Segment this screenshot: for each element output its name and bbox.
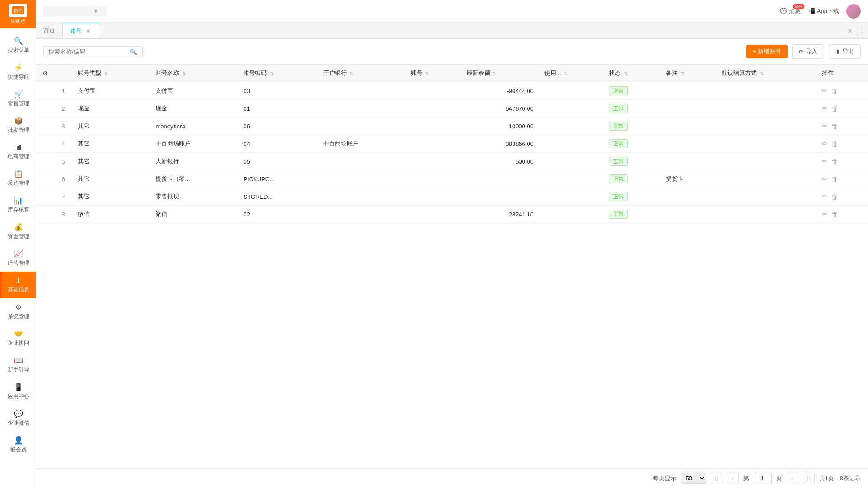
- edit-icon[interactable]: ✏: [822, 87, 828, 95]
- sort-icon: ⇅: [182, 71, 186, 76]
- row-num: 6: [54, 170, 72, 188]
- delete-icon[interactable]: 🗑: [831, 87, 838, 95]
- account-search-input[interactable]: [48, 48, 130, 55]
- edit-icon[interactable]: ✏: [822, 192, 828, 201]
- delete-icon[interactable]: 🗑: [831, 122, 838, 130]
- sidebar-item-quicknav[interactable]: ⚡ 快捷导航: [0, 59, 36, 85]
- sidebar-item-appcenter[interactable]: 📱 应用中心: [0, 378, 36, 405]
- th-latest-balance[interactable]: 最新余额 ⇅: [461, 65, 539, 82]
- status-badge: 正常: [609, 192, 628, 201]
- delete-icon[interactable]: 🗑: [831, 211, 838, 218]
- content-area: 🔍 + 新增账号 ⟳ 导入 ⬆ 导出: [36, 39, 868, 488]
- row-account-type: 支付宝: [72, 82, 150, 100]
- row-status: 正常: [604, 135, 660, 153]
- th-bank[interactable]: 开户银行 ⇅: [318, 65, 406, 82]
- edit-icon[interactable]: ✏: [822, 210, 828, 218]
- quicknav-icon: ⚡: [14, 63, 23, 72]
- table-row: 1 支付宝 支付宝 03 -90444.00 正常 ✏ 🗑: [36, 82, 868, 100]
- export-icon: ⬆: [835, 48, 840, 55]
- tab-home[interactable]: 首页: [36, 23, 63, 38]
- sidebar-item-member[interactable]: 👤 畅会员: [0, 432, 36, 458]
- row-account-name: 微信: [150, 206, 238, 223]
- sidebar-item-purchase[interactable]: 📋 采购管理: [0, 165, 36, 192]
- sidebar-item-label: 应用中心: [8, 393, 29, 400]
- edit-icon[interactable]: ✏: [822, 157, 828, 165]
- sidebar-item-finance[interactable]: 💰 资金管理: [0, 218, 36, 245]
- sidebar-item-guide[interactable]: 📖 新手引导: [0, 352, 36, 378]
- delete-icon[interactable]: 🗑: [831, 193, 838, 201]
- app-download-label: App下载: [817, 7, 839, 15]
- row-latest-balance: 383866.00: [461, 135, 539, 153]
- page-size-select[interactable]: 50 10 20 100: [681, 473, 706, 484]
- tab-account[interactable]: 账号 ✕: [63, 23, 99, 38]
- add-account-button[interactable]: + 新增账号: [746, 45, 788, 58]
- tab-account-close[interactable]: ✕: [85, 28, 92, 35]
- sidebar-item-search[interactable]: 🔍 搜索菜单: [0, 32, 36, 59]
- row-account-code: 02: [238, 206, 317, 223]
- topbar-search-box: ▼: [43, 6, 107, 16]
- app-download-button[interactable]: 📲 App下载: [808, 7, 839, 15]
- first-page-button[interactable]: ⟨⟨: [711, 473, 722, 484]
- row-settings: [36, 153, 54, 170]
- th-default-settlement[interactable]: 默认结算方式 ⇅: [716, 65, 816, 82]
- basic-icon: ℹ: [17, 276, 20, 285]
- row-num: 2: [54, 100, 72, 117]
- th-status[interactable]: 状态 ⇅: [604, 65, 660, 82]
- th-account-no[interactable]: 账号 ⇅: [406, 65, 461, 82]
- sort-icon: ⇅: [564, 71, 567, 76]
- sidebar-item-label: 搜索菜单: [8, 47, 29, 54]
- next-page-button[interactable]: ›: [787, 473, 798, 484]
- sidebar-item-basic[interactable]: ℹ 基础信息: [0, 272, 36, 298]
- row-actions: ✏ 🗑: [816, 82, 868, 100]
- sidebar-item-retail[interactable]: 🛒 零售管理: [0, 85, 36, 112]
- retail-icon: 🛒: [14, 90, 23, 99]
- row-usage: [539, 100, 604, 117]
- sidebar-item-label: 畅会员: [10, 446, 27, 454]
- edit-icon[interactable]: ✏: [822, 122, 828, 130]
- th-usage[interactable]: 使用... ⇅: [539, 65, 604, 82]
- fullscreen-icon[interactable]: ⛶: [856, 27, 863, 34]
- row-account-type: 现金: [72, 100, 150, 117]
- page-input[interactable]: [754, 473, 772, 484]
- edit-icon[interactable]: ✏: [822, 140, 828, 148]
- row-num: 3: [54, 117, 72, 135]
- th-settings[interactable]: ⚙: [36, 65, 54, 82]
- user-avatar[interactable]: [846, 4, 861, 19]
- edit-icon[interactable]: ✏: [822, 175, 828, 183]
- row-default-settlement: [716, 188, 816, 206]
- row-usage: [539, 188, 604, 206]
- topbar-search-input[interactable]: [48, 8, 93, 14]
- delete-icon[interactable]: 🗑: [831, 140, 838, 148]
- appcenter-icon: 📱: [14, 383, 23, 391]
- th-account-type[interactable]: 账号类型 ⇅: [72, 65, 150, 82]
- prev-page-button[interactable]: ‹: [727, 473, 739, 484]
- close-window-icon[interactable]: ✕: [847, 27, 853, 34]
- sidebar-item-operations[interactable]: 📈 经营管理: [0, 245, 36, 272]
- delete-icon[interactable]: 🗑: [831, 158, 838, 165]
- sidebar-item-wholesale[interactable]: 📦 批发管理: [0, 112, 36, 139]
- th-remark[interactable]: 备注 ⇅: [660, 65, 716, 82]
- system-icon: ⚙: [15, 303, 22, 311]
- row-settings: [36, 188, 54, 206]
- th-account-name[interactable]: 账号名称 ⇅: [150, 65, 238, 82]
- sidebar-item-system[interactable]: ⚙ 系统管理: [0, 298, 36, 325]
- export-button[interactable]: ⬆ 导出: [829, 44, 861, 59]
- row-settings: [36, 82, 54, 100]
- row-account-no: [406, 135, 461, 153]
- sidebar-item-ecommerce[interactable]: 🖥 电商管理: [0, 139, 36, 165]
- search-icon[interactable]: 🔍: [130, 48, 137, 55]
- edit-icon[interactable]: ✏: [822, 104, 828, 113]
- row-account-name: 零售抵现: [150, 188, 238, 206]
- import-button[interactable]: ⟳ 导入: [792, 44, 824, 59]
- th-account-code[interactable]: 账号编码 ⇅: [238, 65, 317, 82]
- sidebar-item-wechat[interactable]: 💬 企业微信: [0, 405, 36, 432]
- sidebar-item-agreement[interactable]: 🤝 企业协同: [0, 325, 36, 352]
- last-page-button[interactable]: ⟩⟩: [803, 473, 815, 484]
- status-badge: 正常: [609, 122, 628, 131]
- delete-icon[interactable]: 🗑: [831, 175, 838, 183]
- delete-icon[interactable]: 🗑: [831, 105, 838, 113]
- sort-icon: ⇅: [349, 71, 353, 76]
- sidebar-item-inventory[interactable]: 📊 库存核算: [0, 192, 36, 218]
- table-row: 8 微信 微信 02 28241.10 正常 ✏ 🗑: [36, 206, 868, 223]
- message-button[interactable]: 💬 消息 99+: [780, 7, 801, 15]
